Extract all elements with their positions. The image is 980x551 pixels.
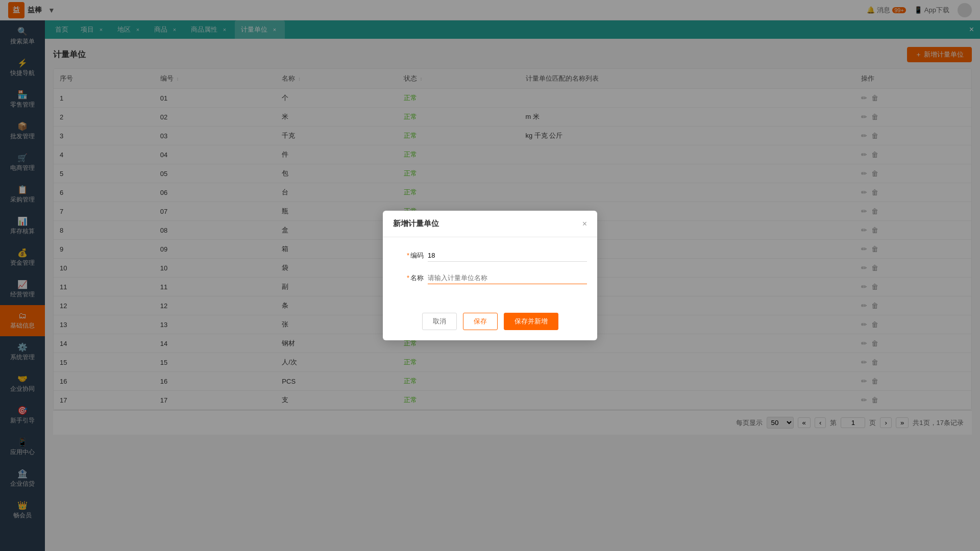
add-unit-modal: 新增计量单位 × *编码 *名称 取消 保存 保存并新增 — [383, 211, 597, 340]
save-button[interactable]: 保存 — [463, 313, 498, 330]
modal-body: *编码 *名称 — [383, 237, 597, 307]
required-star-name: * — [407, 274, 409, 282]
save-and-new-button[interactable]: 保存并新增 — [504, 313, 558, 330]
cancel-button[interactable]: 取消 — [422, 313, 457, 330]
modal-overlay[interactable]: 新增计量单位 × *编码 *名称 取消 保存 保存并新增 — [0, 0, 980, 551]
modal-close-button[interactable]: × — [582, 219, 587, 229]
modal-footer: 取消 保存 保存并新增 — [383, 307, 597, 340]
name-input[interactable] — [428, 272, 587, 284]
modal-title: 新增计量单位 — [393, 219, 439, 229]
required-star-code: * — [407, 252, 409, 259]
modal-header: 新增计量单位 × — [383, 211, 597, 237]
code-input[interactable] — [428, 249, 587, 262]
form-row-name: *名称 — [393, 272, 587, 284]
form-row-code: *编码 — [393, 249, 587, 262]
code-label: *编码 — [393, 251, 424, 260]
name-label: *名称 — [393, 273, 424, 283]
